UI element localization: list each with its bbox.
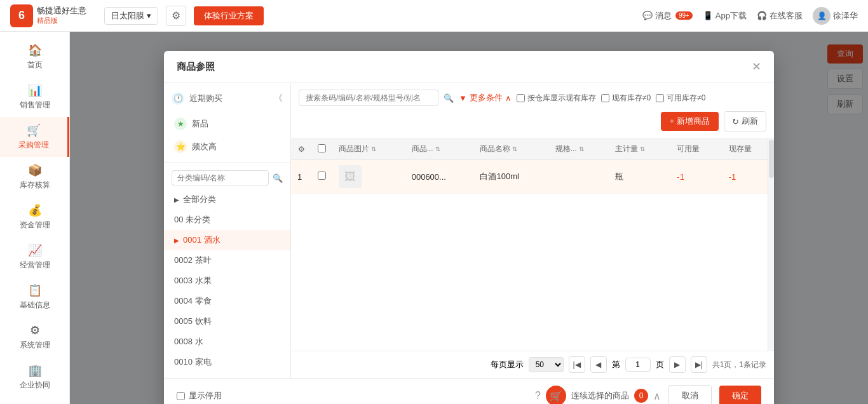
sidebar-item-home[interactable]: 🏠 首页: [0, 37, 69, 77]
stock-nonzero-checkbox[interactable]: 现有库存≠0: [601, 93, 651, 104]
recent-purchase-item[interactable]: 🕐 近期购买: [172, 90, 222, 107]
product-search-icon[interactable]: 🔍: [444, 93, 454, 103]
category-item-0005[interactable]: 0005 饮料: [164, 311, 290, 332]
category-item-0004[interactable]: 0004 零食: [164, 291, 290, 311]
stock-nonzero-label: 现有库存≠0: [612, 93, 651, 104]
category-item-0010[interactable]: 0010 家电: [164, 352, 290, 372]
page-number-input[interactable]: [625, 358, 651, 372]
sidebar-item-sales[interactable]: 📊 销售管理: [0, 77, 69, 117]
category-search-input[interactable]: [172, 170, 269, 185]
next-page-btn[interactable]: ▶: [669, 356, 686, 373]
confirm-button[interactable]: 确定: [719, 386, 761, 404]
show-disabled-input[interactable]: [177, 392, 185, 400]
arrow-icon: ▶: [174, 237, 179, 244]
scrollbar-thumb: [769, 140, 774, 178]
show-disabled-label: 显示停用: [189, 390, 222, 401]
cell-image: 🖼: [332, 160, 405, 194]
freq-high-item[interactable]: ⭐ 频次高: [164, 135, 290, 158]
dropdown-arrow-icon: ▾: [147, 11, 151, 20]
new-product-item[interactable]: ★ 新品: [164, 112, 290, 135]
available-nonzero-checkbox[interactable]: 可用库存≠0: [656, 93, 705, 104]
refresh-icon: ↻: [732, 117, 739, 126]
first-page-btn[interactable]: |◀: [569, 356, 585, 373]
cancel-button[interactable]: 取消: [668, 385, 712, 404]
category-item-0001[interactable]: ▶ 0001 酒水: [164, 230, 290, 250]
category-item-0003[interactable]: 0003 水果: [164, 271, 290, 291]
add-product-button[interactable]: + 新增商品: [661, 112, 719, 131]
gear-button[interactable]: ⚙: [166, 6, 186, 26]
sort-icon: ⇅: [640, 145, 645, 152]
message-icon: 💬: [642, 11, 653, 20]
sidebar-item-enterprise[interactable]: 🏢 企业协同: [0, 357, 69, 397]
th-image-label: 商品图片: [339, 144, 369, 154]
table-row[interactable]: 1 🖼 000600...: [291, 160, 774, 194]
sidebar-item-operation[interactable]: 📈 经营管理: [0, 237, 69, 277]
store-name: 日太阳膜: [111, 10, 144, 22]
all-category-item[interactable]: ▶ 全部分类: [164, 189, 290, 210]
main-content: 查询 设置 刷新 商品参照 ✕ 🕐: [70, 32, 868, 404]
category-item-0008[interactable]: 0008 水: [164, 332, 290, 352]
page-size-select[interactable]: 50 100 200: [529, 357, 564, 372]
online-service-label: 在线客服: [770, 10, 803, 22]
product-image: 🖼: [339, 165, 362, 188]
th-name: 商品名称 ⇅: [473, 138, 548, 160]
avatar: 👤: [813, 7, 831, 25]
warehouse-checkbox-input[interactable]: [517, 94, 525, 102]
collapse-left-btn[interactable]: 《: [274, 93, 283, 104]
column-settings-icon[interactable]: ⚙: [298, 145, 305, 154]
category-search-icon[interactable]: 🔍: [273, 173, 283, 183]
th-settings: ⚙: [291, 138, 311, 160]
sidebar-item-guide[interactable]: 🔰 新手引导: [0, 397, 69, 404]
sidebar-item-system[interactable]: ⚙ 系统管理: [0, 317, 69, 357]
help-icon[interactable]: ?: [535, 390, 541, 401]
messages-btn[interactable]: 💬 消息 99+: [642, 10, 693, 22]
online-service-btn[interactable]: 🎧 在线客服: [757, 10, 803, 22]
new-label: 新品: [192, 118, 208, 130]
category-label: 0003 水果: [174, 275, 212, 286]
row-checkbox[interactable]: [318, 172, 326, 180]
cart-icon[interactable]: 🛒: [546, 386, 566, 404]
more-conditions-btn[interactable]: ▼ 更多条件 ∧: [459, 92, 512, 104]
sidebar-item-purchase[interactable]: 🛒 采购管理: [0, 117, 69, 157]
last-page-btn[interactable]: ▶|: [691, 356, 707, 373]
cell-code: 000600...: [405, 160, 474, 194]
th-spec-label: 规格...: [555, 144, 577, 154]
category-item-0002[interactable]: 0002 茶叶: [164, 250, 290, 271]
category-label: 0005 饮料: [174, 316, 212, 327]
brand-sub: 精品版: [37, 16, 86, 25]
modal-footer: 显示停用 ? 🛒 连续选择的商品 0 ∧ 取消 确定: [164, 378, 774, 404]
stock-nonzero-input[interactable]: [601, 94, 609, 102]
product-search-input[interactable]: [299, 90, 438, 106]
sidebar: 🏠 首页 📊 销售管理 🛒 采购管理 📦 库存核算 💰 资金管理 📈 经营管理 …: [0, 32, 70, 404]
category-item-00[interactable]: 00 未分类: [164, 210, 290, 230]
experience-btn[interactable]: 体验行业方案: [194, 6, 264, 25]
app-download-label: App下载: [715, 10, 747, 22]
collapse-cart-btn[interactable]: ∧: [653, 390, 661, 402]
store-selector[interactable]: 日太阳膜 ▾: [104, 7, 158, 25]
available-nonzero-input[interactable]: [656, 94, 664, 102]
refresh-button[interactable]: ↻ 刷新: [724, 111, 766, 131]
prev-page-btn[interactable]: ◀: [590, 356, 607, 373]
recent-icon: 🕐: [172, 92, 184, 105]
th-name-label: 商品名称: [480, 144, 510, 154]
user-menu[interactable]: 👤 徐泽华: [813, 7, 858, 25]
modal-close-button[interactable]: ✕: [752, 60, 761, 74]
expand-arrow-icon: ▶: [174, 196, 179, 203]
warehouse-filter-checkbox[interactable]: 按仓库显示现有库存: [517, 93, 596, 104]
operation-icon: 📈: [28, 243, 42, 257]
available-nonzero-label: 可用库存≠0: [667, 93, 705, 104]
show-disabled-checkbox[interactable]: 显示停用: [177, 390, 222, 401]
sidebar-item-inventory[interactable]: 📦 库存核算: [0, 157, 69, 197]
all-category-label: 全部分类: [183, 194, 216, 205]
sales-icon: 📊: [28, 83, 42, 97]
filter-icon: ▼: [459, 93, 467, 103]
app-download-btn[interactable]: 📱 App下载: [703, 10, 747, 22]
sidebar-item-basic-info[interactable]: 📋 基础信息: [0, 277, 69, 317]
select-all-checkbox[interactable]: [318, 144, 326, 152]
modal-title: 商品参照: [177, 61, 215, 73]
sidebar-item-label: 经营管理: [20, 260, 50, 271]
recent-label: 近期购买: [189, 93, 222, 104]
table-scrollbar[interactable]: [768, 138, 774, 351]
modal-header: 商品参照 ✕: [164, 51, 774, 83]
sidebar-item-finance[interactable]: 💰 资金管理: [0, 197, 69, 237]
